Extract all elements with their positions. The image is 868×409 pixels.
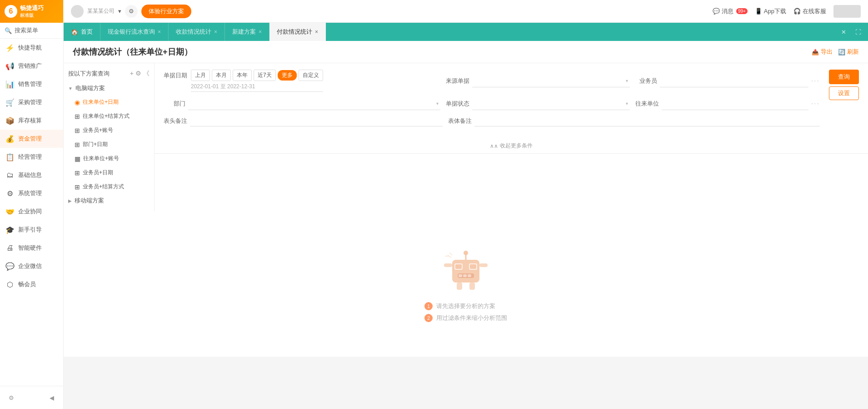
export-button[interactable]: 📤 导出 [812,48,833,56]
svg-rect-6 [459,274,462,277]
close-all-tabs-button[interactable]: ✕ [837,25,850,38]
svg-rect-7 [463,274,467,277]
tab-home-label: 首页 [81,28,93,36]
messages-item[interactable]: 💬 消息 99+ [713,7,748,15]
online-service-item[interactable]: 🎧 在线客服 [793,7,826,15]
sidebar-item-purchase[interactable]: 🛒 采购管理 [0,93,63,111]
counterpart-input[interactable] [662,97,808,110]
user-company: 某某某公司 [87,7,115,15]
sidebar-item-vip[interactable]: ⬡ 畅会员 [0,275,63,293]
mobile-plans-group[interactable]: ▶ 移动端方案 [64,194,154,207]
sidebar-item-system[interactable]: ⚙ 系统管理 [0,184,63,202]
header-note-input[interactable] [190,116,443,126]
plan-item-icon: ⊞ [75,127,80,134]
date-this-year[interactable]: 本年 [233,70,252,81]
app-logo: 6 畅捷通巧 标准版 [0,0,63,23]
query-button[interactable]: 查询 [829,70,859,84]
tab-new-plan-close[interactable]: × [259,29,262,35]
sidebar-item-hardware[interactable]: 🖨 智能硬件 [0,239,63,257]
wechat-icon: 💬 [5,262,15,271]
system-icon: ⚙ [5,189,15,198]
tab-bank-flow-close[interactable]: × [158,29,161,35]
sidebar-settings-btn[interactable]: ⚙ [5,391,18,404]
sidebar-item-marketing[interactable]: 📢 营销推广 [0,57,63,75]
tab-payment-stats-close[interactable]: × [315,29,318,35]
tab-home[interactable]: 🏠 首页 [64,23,100,41]
sidebar-collapse-btn[interactable]: ◀ [45,391,59,404]
empty-hints: 1 请先选择要分析的方案 2 用过滤条件来缩小分析范围 [424,302,507,322]
staff-filter-cell: 业务员 ··· [635,75,820,87]
plan-item-dept-date[interactable]: ⊞ 部门+日期 [64,137,154,151]
plan-item-unit-date[interactable]: ◉ 往来单位+日期 [64,95,154,109]
app-download-item[interactable]: 📱 App下载 [755,7,786,15]
plan-sidebar-header: 按以下方案查询 + ⚙ 《 [64,67,154,81]
plan-item-unit-settle[interactable]: ⊞ 往来单位+结算方式 [64,109,154,123]
sidebar-item-guide[interactable]: 🎓 新手引导 [0,221,63,239]
sidebar-item-sales[interactable]: 📊 销售管理 [0,75,63,93]
sidebar-item-cooperation[interactable]: 🤝 企业协同 [0,202,63,221]
date-this-month[interactable]: 本月 [212,70,231,81]
purchase-label: 采购管理 [18,98,42,106]
tab-new-plan[interactable]: 新建方案 × [225,23,269,41]
body-note-label: 表体备注 [448,117,472,125]
counterpart-dots[interactable]: ··· [811,100,820,108]
tab-bank-flow[interactable]: 现金银行流水查询 × [100,23,169,41]
staff-input[interactable] [660,75,808,87]
body-note-input[interactable] [474,116,820,126]
header-dropdown-button[interactable]: ▾ [118,8,121,15]
date-last-month[interactable]: 上月 [191,70,210,81]
content-area: 付款情况统计（往来单位+日期） 📤 导出 🔄 刷新 按以 [64,41,868,409]
source-arrow-icon: ▾ [626,78,628,83]
cooperation-label: 企业协同 [18,207,42,216]
voucher-status-input[interactable]: ▾ [472,97,630,110]
plan-item-staff-date[interactable]: ⊞ 业务员+日期 [64,166,154,180]
sidebar-item-quick-nav[interactable]: ⚡ 快捷导航 [0,39,63,57]
svg-rect-4 [470,264,476,269]
funds-icon: 💰 [5,134,15,143]
refresh-button[interactable]: 🔄 刷新 [838,48,859,56]
plan-active-icon: ◉ [75,99,80,106]
sidebar-item-funds[interactable]: 💰 资金管理 [0,130,63,148]
trial-industry-button[interactable]: 体验行业方案 [141,5,191,18]
tab-payment-stats[interactable]: 付款情况统计 × [269,23,326,41]
counterpart-label: 往来单位 [635,100,659,108]
empty-state: 1 请先选择要分析的方案 2 用过滤条件来缩小分析范围 [64,211,868,357]
date-more[interactable]: 更多 [278,70,297,81]
source-input[interactable]: ▾ [472,75,630,87]
search-menu[interactable]: 🔍 搜索菜单 [0,23,63,39]
dept-input[interactable]: ▾ [188,97,440,110]
date-buttons-row: 上月 本月 本年 近7天 更多 自定义 [191,70,323,81]
hint-text-2: 用过滤条件来缩小分析范围 [436,314,507,322]
plan-item-unit-account[interactable]: ▦ 往来单位+账号 [64,151,154,166]
maximize-button[interactable]: ⛶ [852,25,864,38]
desktop-plans-group: ▼ 电脑端方案 ◉ 往来单位+日期 ⊞ 往来单位+结算方式 ⊞ [64,81,154,194]
filter-content: 单据日期 上月 本月 本年 近7天 更多 自定义 [155,63,829,138]
settings-small-button[interactable]: 设置 [829,86,859,100]
sidebar-item-inventory[interactable]: 📦 库存核算 [0,111,63,130]
svg-rect-12 [479,263,488,267]
system-label: 系统管理 [18,189,42,197]
date-custom[interactable]: 自定义 [299,70,323,81]
staff-dots[interactable]: ··· [811,77,820,85]
sidebar-item-base-info[interactable]: 🗂 基础信息 [0,166,63,184]
hint-num-1: 1 [424,302,433,310]
empty-illustration [439,246,493,293]
date-last-7-days[interactable]: 近7天 [254,70,276,81]
plan-sidebar: 按以下方案查询 + ⚙ 《 ▼ 电脑端方案 [64,63,155,211]
sidebar-item-operations[interactable]: 📋 经营管理 [0,148,63,166]
tab-revenue-stats-close[interactable]: × [214,29,217,35]
hint-text-1: 请先选择要分析的方案 [436,302,495,310]
desktop-group-title[interactable]: ▼ 电脑端方案 [64,81,154,95]
plan-item-staff-account[interactable]: ⊞ 业务员+账号 [64,123,154,137]
tab-revenue-stats[interactable]: 收款情况统计 × [169,23,225,41]
plan-item-staff-settle[interactable]: ⊞ 业务员+结算方式 [64,180,154,194]
plan-collapse-icon[interactable]: 《 [143,70,150,78]
header-note-label: 表头备注 [164,117,187,125]
header-settings-button[interactable]: ⚙ [125,5,138,18]
collapse-conditions-button[interactable]: ∧∧ 收起更多条件 [490,142,533,150]
plan-settings-icon[interactable]: ⚙ [135,70,141,78]
plan-add-icon[interactable]: + [130,70,134,78]
plan-sidebar-icons: + ⚙ 《 [130,70,150,78]
sidebar-item-wechat[interactable]: 💬 企业微信 [0,257,63,275]
messages-label: 消息 [722,7,733,15]
